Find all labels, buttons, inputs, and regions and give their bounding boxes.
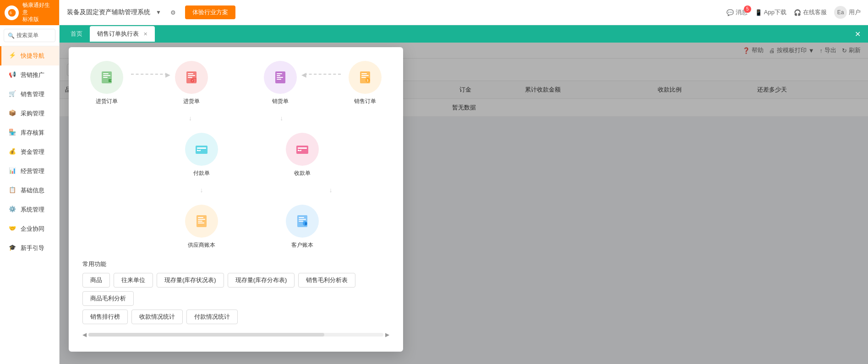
scrollbar-thumb [88,333,324,337]
supplier-ledger-circle [185,205,218,238]
flow-item-purchase-bill[interactable]: ✓ 进货单 [168,61,216,105]
func-btn-product[interactable]: 商品 [82,273,110,288]
svg-text:¥: ¥ [299,148,300,151]
system-icon: ⚙️ [9,206,17,214]
connector-row-2: ↓ ↓ [82,186,389,196]
sidebar-search-area: 🔍 搜索菜单 [0,25,59,46]
svg-rect-15 [277,75,280,76]
top-header: 装备及固定资产辅助管理系统 ▼ ⚙ 体验行业方案 💬 消息 5 📱 App下载 … [60,0,868,25]
func-btn-product-margin[interactable]: 商品毛利分析 [82,291,134,306]
func-btn-receipt-stats[interactable]: 收款情况统计 [131,310,183,324]
sidebar-item-purchase[interactable]: 📦 采购管理 [0,104,59,123]
func-btn-sales-ranking[interactable]: 销售排行榜 [82,310,128,324]
online-service-button[interactable]: 🎧 在线客服 [794,8,827,16]
scroll-left-icon[interactable]: ◀ [82,331,87,338]
sidebar-item-system[interactable]: ⚙️ 系统管理 [0,200,59,219]
user-menu[interactable]: Ea 用户 [834,6,861,19]
sidebar: 6 畅康通好生意 标准版 🔍 搜索菜单 ⚡ 快捷导航 📢 营销推广 🛒 [0,0,60,364]
flow-diagram: → 进货订单 ▶ [82,61,389,249]
flow-item-payment-bill[interactable]: ¥ 付款单 [174,133,229,177]
purchase-bill-circle: ✓ [175,61,208,94]
sidebar-item-sales[interactable]: 🛒 销售管理 [0,85,59,104]
svg-text:✓: ✓ [191,79,194,82]
download-icon: 📱 [755,9,762,16]
sidebar-nav: ⚡ 快捷导航 📢 营销推广 🛒 销售管理 📦 采购管理 🏪 库存核算 💰 [0,46,59,364]
flow-item-sales-order[interactable]: $ 销售订单 [341,61,389,105]
dropdown-button[interactable]: ▼ [156,9,161,16]
app-download-button[interactable]: 📱 App下载 [755,8,786,16]
flow-item-customer-ledger[interactable]: 👤 客户账本 [275,205,330,249]
arrow-sales-order-to-bill: ◀ [304,78,341,88]
quick-nav-modal: → 进货订单 ▶ [69,47,403,352]
flow-row-3: 供应商账本 [82,205,389,249]
sidebar-item-finance[interactable]: 💰 资金管理 [0,142,59,162]
svg-rect-20 [361,75,369,76]
svg-rect-40 [299,221,303,222]
tab-home[interactable]: 首页 [63,26,90,42]
func-btn-partner[interactable]: 往来单位 [114,273,153,288]
search-icon: 🔍 [8,33,15,39]
logo-text: 畅康通好生意 标准版 [22,2,55,23]
func-btn-sales-margin[interactable]: 销售毛利分析表 [298,273,355,288]
svg-rect-33 [198,217,203,218]
settings-button[interactable]: ⚙ [167,6,180,19]
scrollbar-track[interactable] [88,333,383,337]
svg-rect-36 [198,223,204,223]
sidebar-item-basic-info[interactable]: 📋 基础信息 [0,181,59,200]
sidebar-item-marketing[interactable]: 📢 营销推广 [0,65,59,85]
flow-row-1: → 进货订单 ▶ [82,61,389,105]
modal-overlay[interactable]: → 进货订单 ▶ [60,43,868,364]
sidebar-item-inventory[interactable]: 🏪 库存核算 [0,123,59,142]
purchase-icon: 📦 [9,109,17,118]
modal-scrollbar-row: ◀ ▶ [82,331,389,338]
tab-sales-order-exec[interactable]: 销售订单执行表 ✕ [90,26,155,42]
svg-rect-16 [277,77,283,78]
message-icon: 💬 [726,9,734,16]
func-btn-payment-stats[interactable]: 付款情况统计 [186,310,238,324]
flow-item-purchase-order[interactable]: → 进货订单 [82,61,131,105]
message-button[interactable]: 💬 消息 5 [726,8,748,16]
func-btn-inventory-status[interactable]: 现存量(库存状况表) [157,273,224,288]
finance-icon: 💰 [9,148,17,156]
receipt-bill-circle: ¥ [286,133,319,166]
down-arrow-purchase-bill: ↓ [165,114,215,122]
purchase-order-circle: → [90,61,123,94]
svg-rect-3 [103,73,109,74]
app-title: 装备及固定资产辅助管理系统 [67,8,150,16]
common-functions-section: 常用功能 商品 往来单位 现存量(库存状况表) 现存量(库存分布表) 销售毛利分… [82,260,389,324]
flow-item-receipt-bill[interactable]: ¥ 收款单 [275,133,330,177]
svg-rect-8 [188,73,193,74]
payment-bill-circle: ¥ [185,133,218,166]
sidebar-item-operations[interactable]: 📊 经营管理 [0,162,59,181]
svg-rect-17 [277,79,281,80]
flow-row-2: ¥ 付款单 [82,133,389,177]
svg-rect-24 [196,146,207,154]
tab-bar-close-button[interactable]: ✕ [851,30,864,38]
try-solution-button[interactable]: 体验行业方案 [185,5,235,19]
svg-rect-28 [296,146,308,154]
logo-icon: 6 [5,5,19,20]
newbie-icon: 🎓 [9,244,17,252]
sidebar-item-newbie[interactable]: 🎓 新手引导 [0,239,59,258]
flow-item-supplier-ledger[interactable]: 供应商账本 [174,205,229,249]
svg-rect-34 [198,219,205,220]
func-btn-inventory-dist[interactable]: 现存量(库存分布表) [228,273,295,288]
flow-item-sales-bill[interactable]: 销货单 [256,61,305,105]
sales-order-circle: $ [349,61,382,94]
svg-rect-35 [198,221,202,222]
svg-rect-14 [277,73,282,74]
scroll-right-icon[interactable]: ▶ [385,331,389,338]
user-avatar: Ea [834,6,847,19]
svg-text:6: 6 [10,11,12,15]
sales-icon: 🛒 [9,90,17,98]
sidebar-item-cooperation[interactable]: 🤝 企业协同 [0,219,59,239]
common-funcs-title: 常用功能 [82,260,389,268]
sidebar-item-quick-nav[interactable]: ⚡ 快捷导航 [0,46,59,65]
sidebar-logo: 6 畅康通好生意 标准版 [0,0,59,25]
arrow-purchase-order-to-bill: ▶ [131,78,168,88]
func-buttons-row-2: 销售排行榜 收款情况统计 付款情况统计 [82,310,389,324]
tab-close-button[interactable]: ✕ [143,31,147,37]
quick-nav-icon: ⚡ [9,52,17,60]
search-menu-button[interactable]: 🔍 搜索菜单 [4,29,55,42]
customer-ledger-circle: 👤 [286,205,319,238]
